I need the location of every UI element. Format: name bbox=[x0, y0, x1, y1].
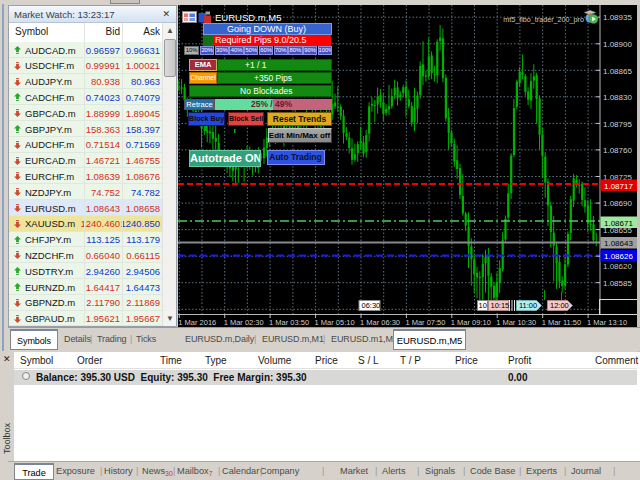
svg-text:1 Mar 11:50: 1 Mar 11:50 bbox=[542, 318, 581, 327]
svg-text:1.08717: 1.08717 bbox=[604, 182, 633, 191]
svg-text:1.08671: 1.08671 bbox=[604, 219, 633, 228]
svg-text:1.08643: 1.08643 bbox=[604, 239, 633, 248]
svg-text:1 Mar 10:30: 1 Mar 10:30 bbox=[496, 318, 536, 327]
svg-text:1.08900: 1.08900 bbox=[603, 40, 632, 49]
svg-text:1.08935: 1.08935 bbox=[603, 13, 632, 22]
svg-text:1.08830: 1.08830 bbox=[603, 93, 632, 102]
svg-text:1.08760: 1.08760 bbox=[603, 146, 632, 155]
svg-text:1 Mar 09:10: 1 Mar 09:10 bbox=[451, 318, 491, 327]
svg-text:1 Mar 13:10: 1 Mar 13:10 bbox=[587, 318, 627, 327]
svg-text:1.08865: 1.08865 bbox=[603, 67, 632, 76]
svg-text:10: 10 bbox=[479, 301, 487, 310]
svg-text:1.08620: 1.08620 bbox=[603, 262, 632, 271]
svg-text:1.08690: 1.08690 bbox=[603, 199, 632, 208]
svg-text:mt5_fibo_trader_200_pro: mt5_fibo_trader_200_pro bbox=[503, 15, 584, 24]
svg-text:1 Mar 06:30: 1 Mar 06:30 bbox=[360, 318, 400, 327]
svg-text:1.08585: 1.08585 bbox=[603, 279, 632, 288]
svg-text:10:15: 10:15 bbox=[491, 301, 510, 310]
svg-text:1.08626: 1.08626 bbox=[604, 252, 633, 261]
svg-text:1 Mar 2016: 1 Mar 2016 bbox=[178, 318, 216, 327]
svg-text:1 Mar 05:10: 1 Mar 05:10 bbox=[315, 318, 355, 327]
svg-text:1 Mar 07:50: 1 Mar 07:50 bbox=[405, 318, 445, 327]
svg-text:EURUSD.m,M5: EURUSD.m,M5 bbox=[215, 12, 282, 23]
svg-text:1 Mar 03:50: 1 Mar 03:50 bbox=[269, 318, 309, 327]
svg-text:06:30: 06:30 bbox=[362, 301, 381, 310]
svg-text:1 Mar 02:30: 1 Mar 02:30 bbox=[224, 318, 264, 327]
svg-text:12:00: 12:00 bbox=[550, 301, 569, 310]
svg-text:1.08795: 1.08795 bbox=[603, 120, 632, 129]
svg-text:11:00: 11:00 bbox=[519, 301, 537, 310]
